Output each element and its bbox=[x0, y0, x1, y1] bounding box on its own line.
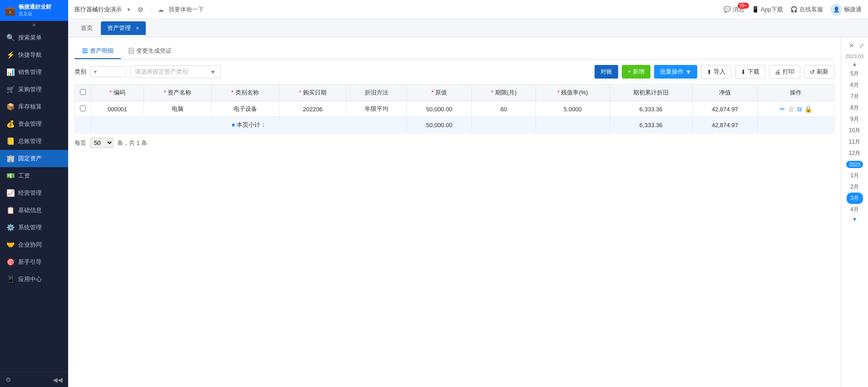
sidebar-item-label: 快捷导航 bbox=[18, 51, 42, 59]
total-label: 条，共 1 条 bbox=[117, 139, 147, 147]
target-icon: 🎯 bbox=[6, 258, 15, 266]
service-button[interactable]: 🎧 在线客服 bbox=[790, 5, 823, 14]
col-residual-rate: 残值率(%) bbox=[536, 84, 610, 101]
category-input[interactable]: 请选择固定资产类别 ▼ bbox=[130, 65, 221, 78]
cell-original-value: 50,000.00 bbox=[407, 101, 471, 117]
collapse-icon[interactable]: ◀◀ bbox=[53, 376, 63, 383]
sidebar-footer: ⚙ ◀◀ bbox=[0, 372, 68, 387]
month-10[interactable]: 10月 bbox=[841, 125, 868, 136]
refresh-label: 刷新 bbox=[817, 68, 828, 76]
subtotal-original-value: 50,000.00 bbox=[407, 117, 471, 133]
tab-assets[interactable]: 资产管理 ✕ bbox=[101, 21, 146, 35]
settings-icon[interactable]: ⚙ bbox=[5, 376, 11, 383]
sidebar-item-payroll[interactable]: 💵 工资 bbox=[0, 167, 68, 184]
subtotal-residual bbox=[536, 117, 610, 133]
cell-period: 60 bbox=[472, 101, 536, 117]
avatar: 👤 bbox=[830, 4, 842, 15]
sidebar-item-quicknav[interactable]: ⚡ 快捷导航 bbox=[0, 46, 68, 64]
batch-label: 批量操作 bbox=[660, 68, 684, 76]
panel-top-controls: ✕ ⤢ bbox=[841, 39, 868, 52]
sidebar-item-basicinfo[interactable]: 📋 基础信息 bbox=[0, 202, 68, 219]
sidebar-item-label: 采购管理 bbox=[18, 85, 42, 94]
col-net-value: 净值 bbox=[692, 84, 757, 101]
new-button[interactable]: + 新增 bbox=[622, 65, 650, 79]
year-badge[interactable]: 2023 bbox=[846, 161, 863, 168]
sidebar-item-fixedassets[interactable]: 🏢 固定资产 bbox=[0, 150, 68, 167]
subtotal-row: ■ 本页小计： 50,000.00 6,333.36 bbox=[75, 117, 834, 133]
month-1[interactable]: 1月 bbox=[841, 170, 868, 181]
scroll-up-btn[interactable] bbox=[33, 24, 35, 26]
sidebar-scroll: 🔍 搜索菜单 ⚡ 快捷导航 📊 销售管理 🛒 采购管理 📦 库存核算 💰 资金管… bbox=[0, 29, 68, 372]
experience-text[interactable]: 我要体验一下 bbox=[169, 5, 204, 14]
search-icon: 🔍 bbox=[6, 34, 15, 42]
tab-close-icon[interactable]: ✕ bbox=[135, 25, 139, 31]
message-button[interactable]: 💬 消息 99+ bbox=[724, 5, 744, 14]
month-8[interactable]: 8月 bbox=[841, 102, 868, 114]
topbar-right: 💬 消息 99+ 📱 App下载 🎧 在线客服 👤 畅捷通 bbox=[724, 4, 862, 15]
category-select-label: ▾ bbox=[94, 69, 97, 75]
month-3[interactable]: 3月 bbox=[847, 193, 863, 204]
subtab-voucher[interactable]: 变更生成凭证 bbox=[121, 44, 179, 59]
sidebar-item-guide[interactable]: 🎯 新手引导 bbox=[0, 253, 68, 271]
flash-icon: ⚡ bbox=[6, 51, 15, 59]
sidebar-item-capital[interactable]: 💰 资金管理 bbox=[0, 115, 68, 133]
category-label: 类别 bbox=[74, 68, 86, 76]
copy-icon[interactable]: ⧉ bbox=[797, 105, 802, 113]
download-button[interactable]: 📱 App下载 bbox=[752, 5, 783, 14]
cell-name: 电脑 bbox=[144, 101, 211, 117]
month-11[interactable]: 11月 bbox=[841, 136, 868, 148]
subtab-detail[interactable]: 资产明细 bbox=[74, 44, 121, 59]
company-name[interactable]: 医疗器械行业演示 bbox=[74, 5, 122, 14]
panel-expand-icon[interactable]: ⤢ bbox=[857, 40, 866, 51]
month-9[interactable]: 9月 bbox=[841, 114, 868, 125]
row-checkbox-cell bbox=[75, 101, 91, 117]
message-badge: 99+ bbox=[738, 3, 749, 9]
month-6[interactable]: 6月 bbox=[841, 79, 868, 91]
reconcile-button[interactable]: 对账 bbox=[595, 65, 618, 79]
sidebar-item-system[interactable]: ⚙️ 系统管理 bbox=[0, 219, 68, 236]
sidebar-item-purchase[interactable]: 🛒 采购管理 bbox=[0, 81, 68, 98]
download-button[interactable]: ⬇ 下载 bbox=[735, 65, 765, 79]
sidebar-item-sales[interactable]: 📊 销售管理 bbox=[0, 64, 68, 81]
col-period: 期限(月) bbox=[472, 84, 536, 101]
svg-rect-0 bbox=[82, 49, 88, 50]
edit-icon[interactable]: ✏ bbox=[780, 105, 785, 113]
svg-rect-1 bbox=[82, 50, 88, 51]
month-7[interactable]: 7月 bbox=[841, 91, 868, 102]
right-panel: ✕ ⤢ 2023.03 ▲ 5月 6月 7月 8月 9月 10月 11月 12月… bbox=[841, 37, 868, 387]
batch-button[interactable]: 批量操作 ▼ bbox=[654, 65, 697, 79]
sidebar-item-operations[interactable]: 📈 经营管理 bbox=[0, 184, 68, 202]
refresh-button[interactable]: ↺ 刷新 bbox=[804, 65, 834, 79]
sidebar-item-appcenter[interactable]: 📱 应用中心 bbox=[0, 271, 68, 288]
table-row: 000001 电脑 电子设备 202206 bbox=[75, 101, 834, 117]
topbar-gear-icon[interactable]: ⚙ bbox=[138, 6, 144, 13]
delete-icon[interactable]: 🗑 bbox=[788, 105, 794, 113]
month-12[interactable]: 12月 bbox=[841, 148, 868, 159]
print-button[interactable]: 🖨 打印 bbox=[769, 65, 800, 79]
month-2[interactable]: 2月 bbox=[841, 181, 868, 193]
subtab-voucher-label: 变更生成凭证 bbox=[136, 47, 172, 55]
month-4[interactable]: 4月 bbox=[841, 204, 868, 215]
user-button[interactable]: 👤 畅捷通 bbox=[830, 4, 862, 15]
category-select[interactable]: ▾ bbox=[90, 66, 126, 77]
col-checkbox bbox=[75, 84, 91, 101]
sidebar-item-search[interactable]: 🔍 搜索菜单 bbox=[0, 29, 68, 46]
select-all-checkbox[interactable] bbox=[80, 89, 86, 95]
topbar-divider: | bbox=[150, 6, 151, 13]
month-5[interactable]: 5月 bbox=[841, 68, 868, 79]
sidebar-item-enterprise[interactable]: 🤝 企业协同 bbox=[0, 236, 68, 253]
sidebar-item-label: 总账管理 bbox=[18, 137, 42, 145]
panel-close-icon[interactable]: ✕ bbox=[847, 40, 856, 51]
row-checkbox[interactable] bbox=[80, 105, 86, 111]
tab-home[interactable]: 首页 bbox=[74, 21, 99, 35]
more-icon[interactable]: 🔒 bbox=[804, 105, 812, 113]
refresh-icon: ↺ bbox=[810, 69, 815, 75]
panel-up-icon[interactable]: ▲ bbox=[852, 61, 858, 67]
per-page-select[interactable]: 50 20 100 bbox=[90, 138, 114, 148]
panel-up-control: ▲ bbox=[852, 60, 858, 68]
panel-down-icon[interactable]: ▼ bbox=[852, 216, 858, 223]
sidebar-item-ledger[interactable]: 📒 总账管理 bbox=[0, 133, 68, 150]
import-button[interactable]: ⬆ 导入 bbox=[701, 65, 731, 79]
col-name: 资产名称 bbox=[144, 84, 211, 101]
sidebar-item-inventory[interactable]: 📦 库存核算 bbox=[0, 98, 68, 115]
